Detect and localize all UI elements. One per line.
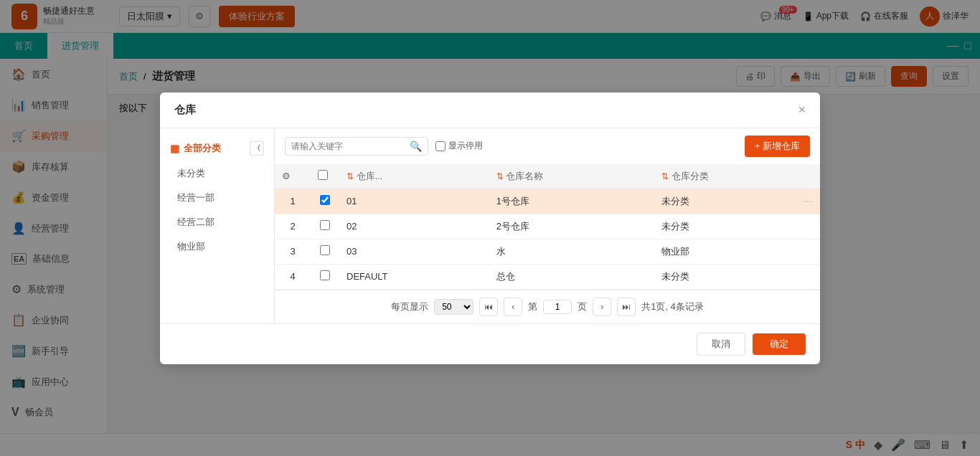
table-row[interactable]: 3 03 水 物业部: [275, 239, 820, 264]
col-header-name: ⇅ 仓库名称: [489, 164, 655, 189]
row-code-2: 02: [339, 214, 489, 239]
modal-backdrop[interactable]: 仓库 × ▦ 全部分类 《 未分类 经营一部: [0, 0, 980, 456]
table-area: 🔍 显示停用 + 新增仓库 ⚙: [275, 128, 820, 323]
sort-cat-icon: ⇅: [661, 171, 669, 181]
page-size-label: 每页显示: [391, 300, 428, 313]
modal-header: 仓库 ×: [160, 92, 820, 128]
gear-col-icon: ⚙: [282, 171, 291, 181]
col-header-code: ⇅ 仓库...: [339, 164, 489, 189]
table-row[interactable]: 1 01 1号仓库 未分类 ···: [275, 189, 820, 214]
next-page-button[interactable]: ›: [593, 298, 611, 316]
show-disabled-label[interactable]: 显示停用: [435, 140, 483, 152]
last-page-button[interactable]: ⏭: [617, 298, 636, 316]
row-code-1: 01: [339, 189, 489, 214]
page-size-select[interactable]: 50 100: [434, 299, 473, 315]
row-gear-3: 3: [275, 239, 311, 264]
row-name-2: 2号仓库: [489, 214, 655, 239]
row-cat-1: 未分类 ···: [654, 189, 820, 214]
collapse-button[interactable]: 《: [250, 141, 264, 156]
row-code-3: 03: [339, 239, 489, 264]
table-row[interactable]: 4 DEFAULT 总仓 未分类: [275, 264, 820, 289]
sort-icon: ⇅: [347, 171, 354, 181]
modal-footer: 取消 确定: [160, 323, 820, 364]
row-check-4: [311, 264, 339, 289]
cancel-button[interactable]: 取消: [697, 333, 745, 356]
table-toolbar: 🔍 显示停用 + 新增仓库: [275, 128, 820, 164]
row-gear-1: 1: [275, 189, 311, 214]
search-input[interactable]: [291, 141, 405, 151]
row-check-2: [311, 214, 339, 239]
search-wrap: 🔍: [285, 137, 428, 156]
select-all-checkbox[interactable]: [318, 170, 328, 180]
row-cat-4: 未分类: [654, 264, 820, 289]
row-code-4: DEFAULT: [339, 264, 489, 289]
pagination: 每页显示 50 100 ⏮ ‹ 第 页 › ⏭ 共1页, 4条记录: [275, 290, 820, 323]
page-unit: 页: [578, 300, 587, 313]
row-check-3: [311, 239, 339, 264]
modal-title: 仓库: [174, 103, 196, 117]
table-row[interactable]: 2 02 2号仓库 未分类: [275, 214, 820, 239]
row-checkbox-1[interactable]: [320, 195, 330, 205]
confirm-button[interactable]: 确定: [753, 333, 806, 355]
page-label: 第: [528, 300, 537, 313]
category-sidebar: ▦ 全部分类 《 未分类 经营一部 经营二部 物业部: [160, 128, 275, 323]
row-name-3: 水: [489, 239, 655, 264]
row-checkbox-3[interactable]: [320, 245, 330, 255]
category-item-ops1[interactable]: 经营一部: [160, 186, 274, 210]
row-checkbox-2[interactable]: [320, 220, 330, 230]
warehouse-table: ⚙ ⇅ 仓库... ⇅: [275, 164, 820, 290]
category-header: ▦ 全部分类 《: [160, 136, 274, 161]
row-gear-4: 4: [275, 264, 311, 289]
sort-name-icon: ⇅: [496, 171, 504, 181]
category-all-label[interactable]: 全部分类: [184, 142, 221, 155]
total-info: 共1页, 4条记录: [641, 300, 704, 313]
search-icon: 🔍: [410, 141, 422, 152]
category-item-property[interactable]: 物业部: [160, 234, 274, 259]
more-actions-icon-1[interactable]: ···: [804, 195, 813, 208]
row-name-1: 1号仓库: [489, 189, 655, 214]
page-input[interactable]: [543, 300, 572, 314]
add-warehouse-button[interactable]: + 新增仓库: [745, 136, 810, 157]
row-check-1: [311, 189, 339, 214]
category-item-unclassified[interactable]: 未分类: [160, 161, 274, 186]
col-header-category: ⇅ 仓库分类: [654, 164, 820, 189]
table-scroll: ⚙ ⇅ 仓库... ⇅: [275, 164, 820, 290]
row-checkbox-4[interactable]: [320, 270, 330, 280]
row-cat-3: 物业部: [654, 239, 820, 264]
modal-close-button[interactable]: ×: [798, 103, 806, 118]
col-header-gear: ⚙: [275, 164, 311, 189]
category-item-ops2[interactable]: 经营二部: [160, 210, 274, 234]
col-header-check: [311, 164, 339, 189]
modal-body: ▦ 全部分类 《 未分类 经营一部 经营二部 物业部: [160, 128, 820, 323]
first-page-button[interactable]: ⏮: [479, 298, 498, 316]
row-name-4: 总仓: [489, 264, 655, 289]
warehouse-modal: 仓库 × ▦ 全部分类 《 未分类 经营一部: [160, 92, 820, 364]
grid-icon: ▦: [170, 143, 179, 154]
row-gear-2: 2: [275, 214, 311, 239]
show-disabled-checkbox[interactable]: [435, 141, 446, 151]
prev-page-button[interactable]: ‹: [504, 298, 522, 316]
row-cat-2: 未分类: [654, 214, 820, 239]
